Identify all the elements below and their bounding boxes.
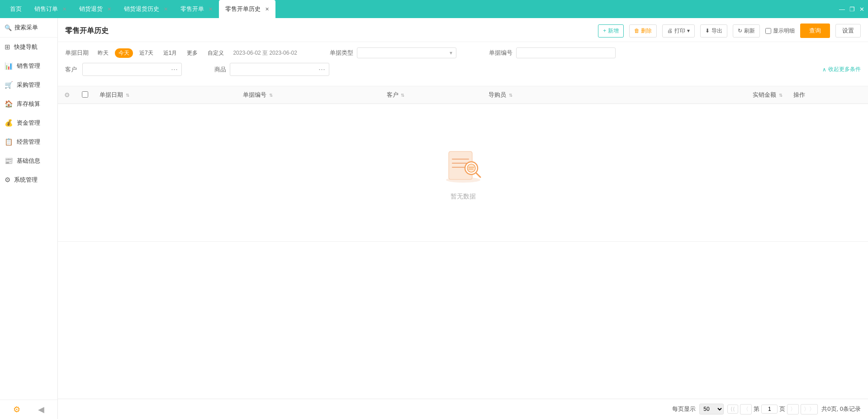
select-all-checkbox[interactable]: [82, 91, 88, 98]
sidebar-item-sales-mgmt[interactable]: 📊 销售管理: [0, 56, 57, 75]
date-today-btn[interactable]: 今天: [115, 48, 133, 58]
th-salesperson[interactable]: 导购员 ⇅: [483, 86, 606, 104]
th-amount-sort-icon: ⇅: [779, 93, 783, 98]
collapse-btn[interactable]: ∧ 收起更多条件: [822, 66, 861, 73]
restore-btn[interactable]: ❐: [849, 6, 855, 13]
date-label: 单据日期: [65, 49, 89, 57]
export-icon: ⬇: [705, 28, 710, 34]
sidebar-collapse-btn[interactable]: ◀: [38, 405, 44, 414]
tab-sales-order-label: 销售订单: [34, 5, 58, 13]
tab-sales-return-close[interactable]: ✕: [107, 6, 111, 12]
sidebar-item-purchase-mgmt[interactable]: 🛒 采购管理: [0, 75, 57, 94]
tab-retail-open-history[interactable]: 零售开单历史 ✕: [219, 0, 275, 18]
page-label: 第: [754, 405, 759, 413]
tab-retail-open-close[interactable]: ✕: [209, 6, 213, 12]
goods-input[interactable]: [234, 66, 317, 73]
sidebar-item-basic-info-label: 基础信息: [17, 157, 40, 165]
tab-retail-open-history-close[interactable]: ✕: [265, 6, 269, 12]
page-prev-btn[interactable]: 〈: [740, 404, 752, 414]
table-body: 暂无数据: [58, 104, 868, 242]
filter-area: 单据日期 昨天 今天 近7天 近1月 更多 自定义 2023-06-02 至 2…: [58, 42, 868, 86]
delete-button[interactable]: 🗑 删除: [629, 24, 657, 38]
settings-icon[interactable]: ⚙: [64, 91, 70, 99]
date-7days-btn[interactable]: 近7天: [136, 48, 157, 58]
sidebar-item-inventory[interactable]: 🏠 库存核算: [0, 94, 57, 113]
number-input[interactable]: [516, 47, 616, 58]
tab-sales-order-close[interactable]: ✕: [62, 6, 66, 12]
page-input[interactable]: [761, 405, 778, 414]
tab-sales-order[interactable]: 销售订单 ✕: [28, 0, 73, 18]
sidebar-item-purchase-mgmt-label: 采购管理: [17, 81, 40, 89]
page-first-btn[interactable]: ⟨⟨: [727, 405, 738, 414]
page-next-btn[interactable]: 〉: [787, 404, 799, 414]
content-area: 零售开单历史 + 新增 🗑 删除 🖨 打印 ▾ ⬇ 导出 ↻ 刷新: [58, 18, 868, 419]
per-page-select[interactable]: 50 10 20 100: [699, 404, 724, 414]
export-button[interactable]: ⬇ 导出: [700, 24, 727, 38]
empty-illustration: [441, 145, 486, 185]
table-area: ⚙ 单据日期 ⇅ 单据编号 ⇅: [58, 86, 868, 399]
window-controls: — ❐ ✕: [839, 6, 864, 13]
th-customer[interactable]: 客户 ⇅: [381, 86, 483, 104]
cart-icon: 🛒: [5, 81, 13, 89]
page-nav: ⟨⟨ 〈 第 页 〉 〉〉: [727, 404, 818, 414]
display-toggle[interactable]: 显示明细: [765, 27, 795, 35]
tab-retail-open[interactable]: 零售开单 ✕: [174, 0, 219, 18]
th-settings[interactable]: ⚙: [58, 86, 76, 104]
sidebar-search[interactable]: 🔍 搜索采单: [0, 18, 57, 38]
goods-dots[interactable]: ···: [318, 65, 325, 74]
minimize-btn[interactable]: —: [839, 6, 845, 13]
refresh-button[interactable]: ↻ 刷新: [733, 24, 760, 38]
filter-row-1: 单据日期 昨天 今天 近7天 近1月 更多 自定义 2023-06-02 至 2…: [65, 47, 861, 58]
date-custom-btn[interactable]: 自定义: [204, 48, 228, 58]
customer-dots[interactable]: ···: [171, 65, 178, 74]
query-button[interactable]: 查询: [800, 24, 830, 38]
print-label: 打印: [674, 27, 685, 35]
print-button[interactable]: 🖨 打印 ▾: [662, 24, 695, 38]
customer-input-wrap[interactable]: ···: [82, 63, 182, 76]
tab-home[interactable]: 首页: [4, 0, 28, 18]
sidebar-item-system[interactable]: ⚙ 系统管理: [0, 170, 57, 189]
empty-row: 暂无数据: [58, 104, 868, 242]
tab-sales-return[interactable]: 销货退货 ✕: [73, 0, 118, 18]
print-chevron: ▾: [687, 28, 690, 34]
sidebar-item-operations[interactable]: 📋 经营管理: [0, 132, 57, 151]
tab-sales-return-history[interactable]: 销货退货历史 ✕: [118, 0, 174, 18]
th-date[interactable]: 单据日期 ⇅: [94, 86, 237, 104]
date-yesterday-btn[interactable]: 昨天: [94, 48, 112, 58]
setting-button[interactable]: 设置: [835, 24, 861, 38]
th-salesperson-label: 导购员: [489, 91, 506, 98]
chart-icon: 📊: [5, 62, 13, 70]
page-last-btn[interactable]: 〉〉: [801, 404, 818, 414]
th-action: 操作: [788, 86, 868, 104]
sidebar-item-finance[interactable]: 💰 资金管理: [0, 113, 57, 132]
sidebar-item-inventory-label: 库存核算: [17, 100, 40, 108]
close-btn[interactable]: ✕: [859, 6, 864, 13]
customer-input[interactable]: [86, 66, 169, 73]
data-table: ⚙ 单据日期 ⇅ 单据编号 ⇅: [58, 86, 868, 242]
sidebar-bottom: ⚙ ◀: [0, 400, 57, 419]
collapse-icon: ∧: [822, 66, 826, 73]
add-button[interactable]: + 新增: [598, 24, 623, 38]
gear-icon: ⚙: [5, 176, 10, 184]
display-toggle-checkbox[interactable]: [765, 28, 771, 34]
table-header-row: ⚙ 单据日期 ⇅ 单据编号 ⇅: [58, 86, 868, 104]
sidebar-item-finance-label: 资金管理: [17, 119, 40, 127]
th-number[interactable]: 单据编号 ⇅: [237, 86, 381, 104]
home-icon: 🏠: [5, 100, 13, 108]
goods-filter: 商品 ···: [214, 63, 329, 76]
empty-state: 暂无数据: [63, 108, 863, 237]
empty-cell: 暂无数据: [58, 104, 868, 242]
sidebar-settings-btn[interactable]: ⚙: [13, 405, 20, 414]
goods-input-wrap[interactable]: ···: [230, 63, 329, 76]
tab-sales-return-label: 销货退货: [79, 5, 103, 13]
date-1month-btn[interactable]: 近1月: [160, 48, 181, 58]
search-icon: 🔍: [5, 24, 12, 31]
type-select[interactable]: ▾: [357, 47, 456, 58]
tab-sales-return-history-close[interactable]: ✕: [164, 6, 168, 12]
date-more-btn[interactable]: 更多: [183, 48, 201, 58]
th-spacer: [606, 86, 645, 104]
sidebar-item-basic-info[interactable]: 📰 基础信息: [0, 151, 57, 170]
th-amount[interactable]: 实销金额 ⇅: [644, 86, 787, 104]
sidebar-item-quick-nav[interactable]: ⊞ 快捷导航: [0, 38, 57, 56]
sidebar: 🔍 搜索采单 ⊞ 快捷导航 📊 销售管理 🛒 采购管理 🏠 库存核算 💰 资金管…: [0, 18, 58, 419]
